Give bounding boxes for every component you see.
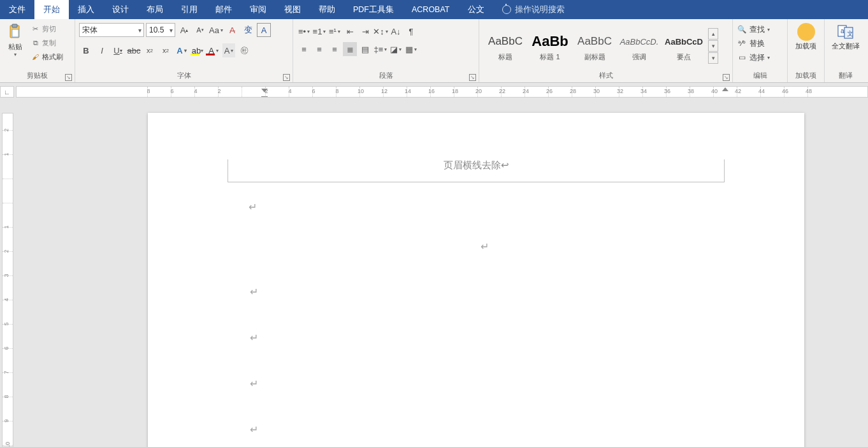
ruler-v-tick: 7 xyxy=(3,372,13,397)
right-margin-marker[interactable] xyxy=(722,87,728,91)
menu-tab-5[interactable]: 引用 xyxy=(172,0,206,19)
subscript-button[interactable]: x2 xyxy=(143,43,157,57)
paragraph-mark: ↵ xyxy=(481,240,489,253)
align-right-button[interactable]: ≡ xyxy=(328,42,342,56)
sort-button[interactable]: A↓ xyxy=(389,24,403,38)
ruler-v-tick: 1 xyxy=(3,227,13,251)
borders-button[interactable]: ▦ xyxy=(404,42,418,56)
strike-button[interactable]: abc xyxy=(127,43,141,57)
menu-tab-6[interactable]: 邮件 xyxy=(206,0,241,19)
replace-button[interactable]: ᵃ⁄ᵇ替换 xyxy=(737,37,770,50)
ruler-vertical[interactable]: 43211234567891011121314 xyxy=(2,113,13,447)
change-case-button[interactable]: Aa xyxy=(209,23,223,37)
group-label-translate: 翻译 xyxy=(825,71,867,82)
paragraph-launcher[interactable]: ↘ xyxy=(469,74,476,81)
clipboard-launcher[interactable]: ↘ xyxy=(65,74,72,81)
align-left-button[interactable]: ≡ xyxy=(297,42,311,56)
menu-tab-1[interactable]: 开始 xyxy=(34,0,69,19)
char-border-button[interactable]: A xyxy=(257,23,271,37)
shading-button[interactable]: ◪ xyxy=(389,42,403,56)
align-center-button[interactable]: ≡ xyxy=(312,42,326,56)
justify-button[interactable]: ≣ xyxy=(343,42,357,56)
copy-button[interactable]: ⧉复制 xyxy=(29,36,64,50)
menu-tab-11[interactable]: ACROBAT xyxy=(403,0,459,19)
ruler-horizontal[interactable]: 8642246810121416182022242628303234363840… xyxy=(16,86,868,98)
menu-tab-9[interactable]: 帮助 xyxy=(310,0,344,19)
style-preview: AaBb xyxy=(532,31,568,52)
tell-me-search[interactable]: 操作说明搜索 xyxy=(497,0,570,19)
bullets-button[interactable]: ≡• xyxy=(297,24,311,38)
style-副标题[interactable]: AaBbC副标题 xyxy=(572,28,617,65)
bold-button[interactable]: B xyxy=(79,43,93,57)
style-spin-1[interactable]: ▾ xyxy=(708,40,718,52)
menu-tab-12[interactable]: 公文 xyxy=(459,0,493,19)
font-name-combo[interactable]: 宋体 xyxy=(79,23,144,37)
ribbon: 粘贴 ▾ ✂剪切 ⧉复制 🖌格式刷 剪贴板 ↘ 宋体 10.5 A▴ A▾ Aa… xyxy=(0,19,868,83)
text-effects-button[interactable]: A xyxy=(175,43,189,57)
svg-text:a: a xyxy=(841,27,844,34)
menu-tab-10[interactable]: PDF工具集 xyxy=(344,0,403,19)
paste-icon xyxy=(6,23,24,41)
font-size-combo[interactable]: 10.5 xyxy=(146,23,175,37)
group-font: 宋体 10.5 A▴ A▾ Aa A̶ 变 A B I U▾ abc x2 x2… xyxy=(75,19,293,82)
menu-tab-2[interactable]: 插入 xyxy=(69,0,103,19)
translate-icon: a文 xyxy=(837,23,855,41)
menu-tab-4[interactable]: 布局 xyxy=(138,0,172,19)
shrink-font-button[interactable]: A▾ xyxy=(193,23,207,37)
style-要点[interactable]: AaBbCcD要点 xyxy=(662,28,706,65)
phonetic-guide-button[interactable]: 变 xyxy=(241,23,255,37)
show-marks-button[interactable]: ¶ xyxy=(404,24,418,38)
inc-indent-button[interactable]: ⇥ xyxy=(358,24,372,38)
font-color-button[interactable]: A xyxy=(206,43,221,57)
line-spacing-button[interactable]: ‡≡ xyxy=(373,42,387,56)
group-translate: a文 全文翻译 翻译 xyxy=(825,19,867,82)
enclose-char-button[interactable]: ㊓ xyxy=(237,43,251,57)
paragraph-mark: ↵ xyxy=(250,286,258,298)
lightbulb-icon xyxy=(502,5,511,14)
style-标题[interactable]: AaBbC标题 xyxy=(483,28,528,65)
ruler-corner[interactable]: ∟ xyxy=(0,86,14,98)
underline-button[interactable]: U▾ xyxy=(111,43,125,57)
styles-launcher[interactable]: ↘ xyxy=(723,74,730,81)
document-page[interactable]: 页眉横线去除↩ ↵ ↵ ↵ ↵ ↵ ↵ xyxy=(148,113,804,447)
clear-format-button[interactable]: A̶ xyxy=(225,23,239,37)
multilevel-button[interactable]: ≡¹ xyxy=(328,24,342,38)
menu-tab-7[interactable]: 审阅 xyxy=(241,0,275,19)
paragraph-mark: ↵ xyxy=(250,423,258,436)
style-spin-2[interactable]: ▾ xyxy=(708,52,718,64)
font-launcher[interactable]: ↘ xyxy=(283,74,290,81)
superscript-button[interactable]: x2 xyxy=(159,43,173,57)
translate-label: 全文翻译 xyxy=(832,42,860,50)
style-强调[interactable]: AaBbCcD.强调 xyxy=(617,28,662,65)
group-label-clipboard: 剪贴板 xyxy=(0,71,75,82)
indent-marker[interactable] xyxy=(261,87,268,98)
paste-button[interactable]: 粘贴 ▾ xyxy=(4,22,27,59)
select-button[interactable]: ▭选择 xyxy=(737,51,770,64)
menu-tab-8[interactable]: 视图 xyxy=(275,0,310,19)
numbering-icon: ≡1 xyxy=(313,27,322,36)
text-direction-button[interactable]: ✕↕ xyxy=(373,24,387,38)
find-button[interactable]: 🔍查找 xyxy=(737,23,770,36)
cut-button[interactable]: ✂剪切 xyxy=(29,22,64,36)
style-spin-0[interactable]: ▴ xyxy=(708,28,718,40)
paragraph-mark: ↵ xyxy=(249,201,257,213)
find-label: 查找 xyxy=(749,25,765,34)
grow-font-button[interactable]: A▴ xyxy=(177,23,191,37)
dec-indent-button[interactable]: ⇤ xyxy=(343,24,357,38)
text-direction-icon: ✕↕ xyxy=(373,27,384,36)
italic-button[interactable]: I xyxy=(95,43,109,57)
addins-button[interactable]: 加载项 xyxy=(793,22,819,51)
highlight-button[interactable]: ab xyxy=(191,43,205,57)
char-shading-button[interactable]: A xyxy=(222,43,235,57)
menu-tab-0[interactable]: 文件 xyxy=(0,0,34,19)
svg-rect-1 xyxy=(12,24,17,27)
group-label-styles: 样式 xyxy=(479,71,732,82)
ruler-v-tick: 6 xyxy=(3,348,13,372)
numbering-button[interactable]: ≡1 xyxy=(312,24,326,38)
menu-tab-3[interactable]: 设计 xyxy=(103,0,138,19)
distribute-button[interactable]: ▤ xyxy=(358,42,372,56)
format-painter-button[interactable]: 🖌格式刷 xyxy=(29,50,64,64)
translate-button[interactable]: a文 全文翻译 xyxy=(829,22,862,51)
style-标题 1[interactable]: AaBb标题 1 xyxy=(528,28,572,65)
style-name: 副标题 xyxy=(584,52,605,62)
